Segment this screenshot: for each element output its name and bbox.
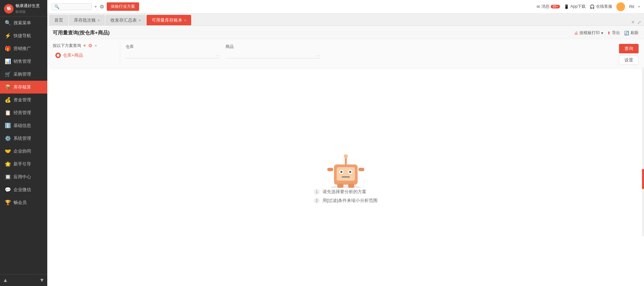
sidebar-item-label: 企业协同 <box>14 148 31 154</box>
sidebar-item-quicknav[interactable]: ⚡ 快捷导航 <box>0 29 47 42</box>
scrollbar-thumb[interactable] <box>642 169 644 189</box>
message-badge: 99+ <box>551 5 560 8</box>
gear-icon[interactable]: ⚙ <box>100 4 104 10</box>
query-panel: 按以下方案查询 + ⚙ « 仓库+商品 仓库 … <box>47 39 644 69</box>
print-label: 按模板打印 <box>579 30 600 36</box>
management-icon: 📋 <box>5 110 11 116</box>
search-icon: 🔍 <box>54 4 59 9</box>
tab-close-icon[interactable]: × <box>138 18 140 22</box>
scheme-item-warehouse-goods[interactable]: 仓库+商品 <box>53 51 114 60</box>
brand-icon: 畅 <box>4 4 14 14</box>
sidebar-item-member[interactable]: 🏆 畅会员 <box>0 196 47 209</box>
tab-close-window-btn[interactable]: × <box>632 19 635 25</box>
tab-inventory-batch[interactable]: 库存批次账 × <box>69 15 105 25</box>
sidebar-footer: ▲ ▼ <box>0 274 47 286</box>
sidebar-item-marketing[interactable]: 🎁 营销推广 <box>0 42 47 55</box>
warehouse-input[interactable] <box>126 52 215 57</box>
tab-expand-btn[interactable]: ⤢ <box>637 20 641 25</box>
tab-available-stock[interactable]: 可用量库存账本 × <box>147 15 191 25</box>
tip-num-2: 2 <box>314 198 320 204</box>
export-label: 导出 <box>612 30 620 36</box>
headset-icon: 🎧 <box>590 4 595 9</box>
sidebar-item-search[interactable]: 🔍 搜索菜单 <box>0 17 47 29</box>
goods-label: 商品 <box>226 44 320 50</box>
sidebar-item-system[interactable]: ⚙️ 系统管理 <box>0 132 47 145</box>
online-service-btn[interactable]: 🎧 在线客服 <box>590 4 612 9</box>
scheme-settings-btn[interactable]: ⚙ <box>88 43 93 48</box>
tip-text-2: 用[过滤]条件来缩小分析范围 <box>323 198 378 204</box>
goods-more-btn[interactable]: … <box>316 52 320 57</box>
svg-point-1 <box>331 185 361 188</box>
search-icon: 🔍 <box>5 20 11 26</box>
refresh-label: 刷新 <box>630 30 639 36</box>
add-scheme-btn[interactable]: + <box>83 43 86 49</box>
goods-input[interactable] <box>226 52 315 57</box>
refresh-btn[interactable]: 🔄 刷新 <box>624 30 639 36</box>
tabs-bar: 首页 库存批次账 × 收发存汇总表 × 可用量库存账本 × × ⤢ <box>47 14 644 26</box>
tab-available-stock-label: 可用量库存账本 <box>152 17 182 23</box>
sidebar-item-finance[interactable]: 💰 资金管理 <box>0 94 47 106</box>
tab-receive-summary[interactable]: 收发存汇总表 × <box>105 15 146 25</box>
tab-receive-summary-label: 收发存汇总表 <box>110 17 137 23</box>
query-fields: 仓库 … 商品 … 查询 设置 <box>126 43 639 65</box>
search-input[interactable] <box>61 4 88 9</box>
sidebar-scroll-down-btn[interactable]: ▼ <box>39 277 45 283</box>
online-service-label: 在线客服 <box>596 4 612 9</box>
page-header: 可用量查询(按仓库+商品) 🖨 按模板打印 ▾ ⬆ 导出 🔄 刷新 <box>47 26 644 39</box>
sidebar-item-guide[interactable]: 🌟 新手引导 <box>0 158 47 171</box>
print-dropdown-arrow[interactable]: ▾ <box>601 31 603 35</box>
sidebar: 畅 畅康通好生意 标准版 🔍 搜索菜单 ⚡ 快捷导航 🎁 营销推广 📊 销售管理… <box>0 0 47 286</box>
print-icon: 🖨 <box>574 31 578 35</box>
tab-inventory-batch-label: 库存批次账 <box>74 17 96 23</box>
svg-rect-8 <box>342 176 350 178</box>
mobile-icon: 📱 <box>564 4 569 9</box>
settings-button[interactable]: 设置 <box>619 55 639 65</box>
empty-state: 1 请先选择要分析的方案 2 用[过滤]条件来缩小分析范围 <box>47 69 644 286</box>
sidebar-item-inventory[interactable]: 📦 库存核算 <box>0 81 47 94</box>
sidebar-item-purchase[interactable]: 🛒 采购管理 <box>0 68 47 81</box>
tip-1: 1 请先选择要分析的方案 <box>314 189 378 195</box>
page-header-actions: 🖨 按模板打印 ▾ ⬆ 导出 🔄 刷新 <box>574 30 639 36</box>
message-icon: ✉ <box>537 4 540 9</box>
sidebar-item-appcenter[interactable]: 🔲 应用中心 <box>0 171 47 183</box>
warehouse-more-btn[interactable]: … <box>216 52 220 57</box>
svg-point-5 <box>340 171 342 173</box>
user-dropdown-arrow[interactable]: ▾ <box>638 5 640 8</box>
sidebar-item-label: 资金管理 <box>14 97 31 103</box>
message-btn[interactable]: ✉ 消息 99+ <box>537 4 560 9</box>
query-scheme-panel: 按以下方案查询 + ⚙ « 仓库+商品 <box>53 43 120 65</box>
right-scrollbar[interactable] <box>642 68 644 236</box>
svg-rect-3 <box>337 167 355 181</box>
avatar <box>616 2 625 11</box>
sidebar-item-label: 企业微信 <box>14 187 31 193</box>
sidebar-brand: 畅 畅康通好生意 标准版 <box>4 3 43 14</box>
tab-close-icon[interactable]: × <box>98 18 100 22</box>
topbar: 🔍 ▾ ⚙ 体验行业方案 ✉ 消息 99+ 📱 App下载 🎧 在线客服 Rit… <box>47 0 644 14</box>
sidebar-item-basic-info[interactable]: ℹ️ 基础信息 <box>0 119 47 132</box>
tab-home[interactable]: 首页 <box>49 15 68 25</box>
tab-close-icon[interactable]: × <box>184 18 186 22</box>
wechat-icon: 💬 <box>5 187 11 193</box>
export-btn[interactable]: ⬆ 导出 <box>607 30 620 36</box>
query-action-buttons: 查询 设置 <box>619 44 639 65</box>
robot-svg <box>326 151 366 188</box>
sidebar-item-enterprise[interactable]: 🤝 企业协同 <box>0 145 47 158</box>
scheme-item-icon <box>55 53 61 58</box>
sidebar-item-label: 新手引导 <box>14 161 31 167</box>
topbar-dropdown-arrow[interactable]: ▾ <box>95 4 97 9</box>
cart-icon: 🛒 <box>5 71 11 77</box>
print-btn[interactable]: 🖨 按模板打印 ▾ <box>574 30 603 36</box>
member-icon: 🏆 <box>5 200 11 206</box>
sidebar-scroll-up-btn[interactable]: ▲ <box>3 277 8 283</box>
sidebar-item-sales[interactable]: 📊 销售管理 <box>0 55 47 68</box>
trial-btn[interactable]: 体验行业方案 <box>107 2 139 11</box>
page-title: 可用量查询(按仓库+商品) <box>53 30 110 36</box>
sidebar-item-management[interactable]: 📋 经营管理 <box>0 106 47 119</box>
app-download-btn[interactable]: 📱 App下载 <box>564 4 586 9</box>
svg-point-7 <box>349 171 351 173</box>
query-button[interactable]: 查询 <box>619 44 639 53</box>
goods-input-box: … <box>226 51 320 58</box>
sidebar-item-wechat[interactable]: 💬 企业微信 <box>0 183 47 196</box>
sidebar-item-label: 采购管理 <box>14 71 31 77</box>
collapse-btn[interactable]: « <box>95 43 97 48</box>
